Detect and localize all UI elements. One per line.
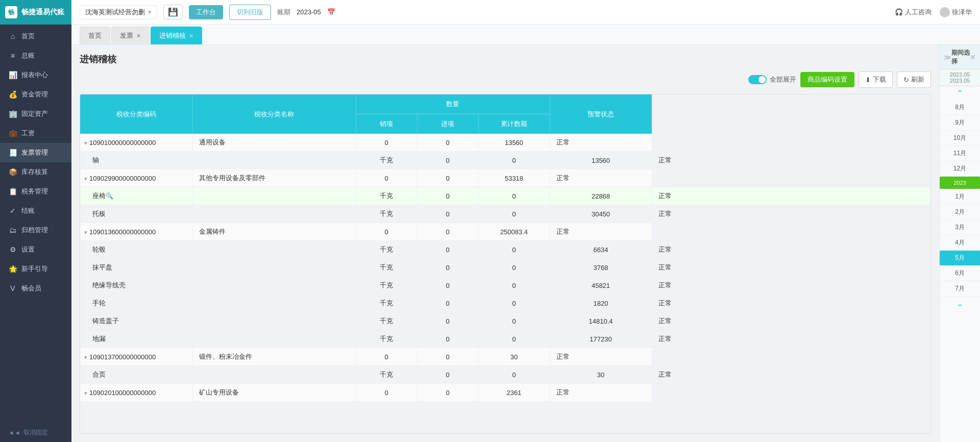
settings-icon: ⚙ — [8, 245, 17, 254]
row-desc — [192, 277, 356, 294]
sidebar-item-inventory[interactable]: 📦 库存核算 — [0, 162, 71, 182]
col-tax-code: 税收分类编码 — [80, 94, 192, 134]
sidebar-item-member[interactable]: V 畅会员 — [0, 279, 71, 298]
month-item[interactable]: 12月 — [940, 161, 980, 177]
panel-down-arrow[interactable]: ⌄ — [940, 297, 980, 310]
sidebar-item-tax[interactable]: 📋 税务管理 — [0, 182, 71, 201]
sidebar-item-settings[interactable]: ⚙ 设置 — [0, 240, 71, 259]
tab-reconcile-close[interactable]: ✕ — [189, 33, 193, 39]
calendar-icon[interactable]: 📅 — [327, 8, 335, 16]
toggle-track[interactable] — [748, 75, 767, 84]
archive-icon: 🗂 — [8, 226, 17, 234]
sidebar-item-reports[interactable]: 📊 报表中心 — [0, 65, 71, 85]
table-row: 合页 千克 0 0 30 正常 — [80, 366, 930, 384]
expand-icon[interactable]: ▾ — [84, 176, 87, 182]
user-menu[interactable]: 徐泽华 — [940, 7, 972, 17]
month-item[interactable]: 8月 — [940, 100, 980, 115]
support-button[interactable]: 🎧 人工咨询 — [895, 8, 932, 17]
toolbar: 全部展开 商品编码设置 ⬇ 下载 ↻ 刷新 — [80, 71, 931, 88]
save-draft-button[interactable]: 💾 — [163, 5, 183, 19]
download-button[interactable]: ⬇ 下载 — [859, 71, 893, 88]
sidebar-item-invoice[interactable]: 🧾 发票管理 — [0, 143, 71, 162]
col-total: 累计数额 — [478, 114, 550, 134]
row-total: 30 — [478, 348, 550, 366]
tab-invoice-close[interactable]: ✕ — [136, 33, 141, 39]
month-item[interactable]: 10月 — [940, 131, 980, 146]
month-item[interactable]: 5月 — [940, 251, 980, 266]
month-item[interactable]: 2023 — [940, 177, 980, 189]
table-row: 铸造盖子 千克 0 0 14810.4 正常 — [80, 312, 930, 330]
sidebar-item-archive[interactable]: 🗂 归档管理 — [0, 220, 71, 240]
expand-icon[interactable]: ▾ — [84, 140, 87, 146]
row-unit: 千克 — [356, 152, 417, 169]
row-total: 3768 — [550, 259, 652, 277]
month-item[interactable]: 4月 — [940, 235, 980, 251]
row-name: 地漏 — [80, 330, 192, 348]
row-status: 正常 — [652, 294, 930, 312]
sidebar-footer-pin[interactable]: ◄◄ 取消固定 — [0, 423, 71, 442]
sidebar-item-guide[interactable]: 🌟 新手引导 — [0, 259, 71, 279]
data-table: 税收分类编码 税收分类名称 数量 预警状态 销项 进项 累计数额 — [80, 94, 930, 402]
row-total: 30450 — [550, 205, 652, 223]
row-code: ▾109013600000000000 — [80, 223, 192, 241]
month-item[interactable]: 6月 — [940, 266, 980, 281]
tab-home[interactable]: 首页 — [80, 27, 110, 44]
sidebar-label-inventory: 库存核算 — [21, 167, 48, 177]
expand-panel-icon[interactable]: ≫ — [944, 53, 951, 61]
toggle-knob — [758, 76, 766, 83]
company-selector[interactable]: 沈海英测试经营勿删 ▾ — [80, 5, 157, 19]
sidebar-nav: ⌂ 首页 ≡ 总账 📊 报表中心 💰 资金管理 🏢 固定资产 💼 工资 🧾 发票… — [0, 24, 71, 423]
sidebar-item-ledger[interactable]: ≡ 总账 — [0, 46, 71, 65]
row-status: 正常 — [652, 259, 930, 277]
row-status: 正常 — [550, 384, 652, 402]
row-purchase: 0 — [417, 134, 478, 152]
sidebar-item-salary[interactable]: 💼 工资 — [0, 124, 71, 143]
expand-icon[interactable]: ▾ — [84, 390, 87, 396]
row-purchase: 0 — [417, 223, 478, 241]
row-total: 1820 — [550, 294, 652, 312]
headset-icon: 🎧 — [895, 8, 903, 16]
panel-up-arrow[interactable]: ⌃ — [940, 86, 980, 100]
sidebar-label-settings: 设置 — [21, 245, 35, 254]
close-panel-icon[interactable]: ✕ — [970, 53, 976, 61]
tax-icon: 📋 — [8, 187, 17, 195]
row-status: 正常 — [550, 134, 652, 152]
inventory-icon: 📦 — [8, 168, 17, 176]
row-purchase: 0 — [417, 169, 478, 187]
row-desc — [192, 366, 356, 384]
workbench-button[interactable]: 工作台 — [189, 5, 223, 19]
tab-invoice[interactable]: 发票 ✕ — [111, 27, 150, 44]
pin-icon: ◄◄ — [8, 429, 20, 436]
switch-version-button[interactable]: 切到旧版 — [229, 5, 271, 20]
sidebar-item-home[interactable]: ⌂ 首页 — [0, 27, 71, 46]
invoice-icon: 🧾 — [8, 149, 17, 157]
month-item[interactable]: 9月 — [940, 115, 980, 131]
download-label: 下载 — [873, 75, 886, 84]
expand-icon[interactable]: ▾ — [84, 229, 87, 235]
expand-toggle[interactable]: 全部展开 — [748, 75, 796, 84]
sidebar-item-funds[interactable]: 💰 资金管理 — [0, 85, 71, 104]
expand-icon[interactable]: ▾ — [84, 354, 87, 360]
sidebar-item-settlement[interactable]: ✓ 结账 — [0, 201, 71, 220]
month-item[interactable]: 3月 — [940, 220, 980, 235]
sidebar-item-fixed-assets[interactable]: 🏢 固定资产 — [0, 104, 71, 124]
month-item[interactable]: 2月 — [940, 205, 980, 220]
row-total: 30 — [550, 366, 652, 384]
row-name: 铸造盖子 — [80, 312, 192, 330]
sidebar-label-funds: 资金管理 — [21, 90, 48, 99]
month-item[interactable]: 1月 — [940, 189, 980, 205]
period-display-2: 2023.05 — [942, 78, 978, 84]
tab-reconcile[interactable]: 进销稽核 ✕ — [151, 27, 202, 44]
row-sales: 0 — [417, 241, 478, 259]
product-code-button[interactable]: 商品编码设置 — [800, 72, 854, 87]
main-content: 沈海英测试经营勿删 ▾ 💾 工作台 切到旧版 账期 2023-05 📅 🎧 人工… — [71, 0, 980, 442]
col-quantity-group: 数量 — [356, 94, 550, 114]
month-list: 8月9月10月11月12月20231月2月3月4月5月6月7月 — [940, 100, 980, 297]
search-icon[interactable]: 🔍 — [106, 192, 113, 200]
row-purchase: 0 — [478, 152, 550, 169]
refresh-button[interactable]: ↻ 刷新 — [897, 71, 931, 88]
month-item[interactable]: 11月 — [940, 146, 980, 161]
row-status: 正常 — [652, 187, 930, 205]
month-item[interactable]: 7月 — [940, 281, 980, 297]
row-sales: 0 — [417, 205, 478, 223]
